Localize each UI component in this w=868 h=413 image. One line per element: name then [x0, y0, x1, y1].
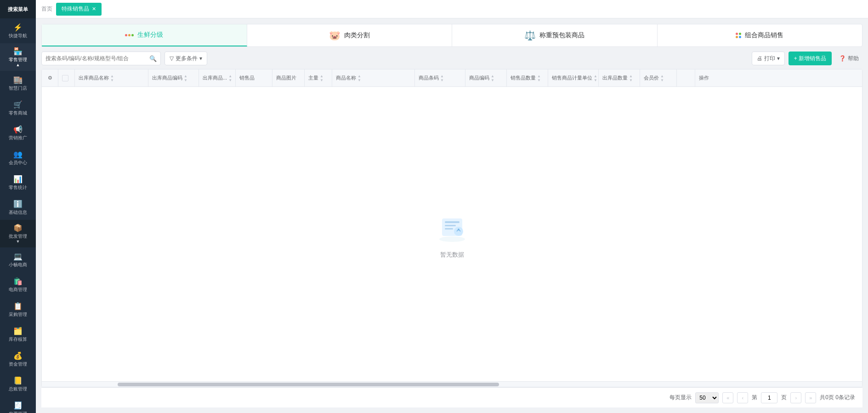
sort-member-price[interactable]: ▲▼ [660, 74, 664, 82]
th-member-price-label: 会员价 [644, 75, 659, 81]
horizontal-scrollbar[interactable] [42, 381, 862, 387]
total-info: 共0页 0条记录 [820, 394, 855, 402]
purchase-icon: 📋 [13, 302, 23, 310]
sidebar-item-small-store[interactable]: 💻 小畅电商 [0, 247, 36, 272]
sort-outlet-code[interactable]: ▲▼ [184, 74, 187, 82]
sidebar-item-sales-promo[interactable]: 📢 营销推广 [0, 120, 36, 145]
sidebar-item-label-purchase: 采购管理 [9, 312, 27, 317]
column-settings-icon[interactable]: ⚙ [48, 75, 52, 81]
sidebar-item-inventory[interactable]: 🗂️ 库存核算 [0, 322, 36, 347]
ecommerce-icon: 🛍️ [13, 277, 23, 286]
th-product-image: 商品图片 [272, 69, 305, 86]
help-label: 帮助 [848, 55, 859, 63]
content-area: 生鲜分级 🐷 肉类分割 ⚖️ 称重预包装商品 [36, 18, 868, 413]
pagination: 每页显示 50 10 20 100 « ‹ 第 页 › » 共0页 0条记录 [41, 387, 862, 407]
add-label: + 新增销售品 [794, 55, 826, 63]
per-page-label: 每页显示 [669, 394, 692, 402]
th-checkbox[interactable] [58, 69, 75, 86]
table-body: 暂无数据 [42, 87, 862, 381]
sort-barcode[interactable]: ▲▼ [440, 74, 444, 82]
toolbar-right: 🖨 打印 ▾ + 新增销售品 ❓ 帮助 [752, 52, 862, 65]
prev-page-button[interactable]: ‹ [737, 392, 748, 403]
tab-label: 特殊销售品 [62, 5, 89, 13]
sidebar-item-label-wholesale: 批发管理 [9, 234, 27, 239]
sidebar-item-retail-stats[interactable]: 📊 零售统计 [0, 170, 36, 195]
th-outlet-code: 出库商品编码 ▲▼ [148, 69, 199, 86]
wholesale-icon: 📦 [13, 224, 23, 232]
sidebar-item-ecommerce[interactable]: 🛍️ 电商管理 [0, 272, 36, 297]
page-number-input[interactable] [761, 392, 777, 403]
retail-mall-icon: 🛒 [13, 100, 23, 109]
per-page-select[interactable]: 50 10 20 100 [695, 392, 719, 403]
sidebar-item-label-ledger: 总账管理 [9, 386, 27, 392]
sidebar-item-purchase[interactable]: 📋 采购管理 [0, 297, 36, 322]
weigh-pack-icon: ⚖️ [524, 30, 536, 41]
th-sales-unit: 销售商品计量单位 ▲▼ [548, 69, 599, 86]
first-page-button[interactable]: « [722, 392, 733, 403]
sort-outlet-qty[interactable]: ▲▼ [629, 74, 633, 82]
sidebar-logo[interactable]: 搜索菜单 [0, 0, 36, 18]
sidebar-item-retail-mall[interactable]: 🛒 零售商城 [0, 96, 36, 120]
sidebar-item-invoice[interactable]: 🧾 发票管理 [0, 396, 36, 413]
search-box[interactable]: 🔍 [41, 52, 161, 65]
sidebar-item-label-finance: 资金管理 [9, 361, 27, 367]
sort-product-name[interactable]: ▲▼ [357, 74, 361, 82]
general-ledger-icon: 📒 [13, 376, 23, 385]
filter-arrow-icon: ▾ [199, 55, 202, 62]
th-product-image-label: 商品图片 [276, 75, 296, 81]
th-main-weight: 主量 ▲▼ [305, 69, 332, 86]
next-page-button[interactable]: › [790, 392, 801, 403]
th-sales-item-label: 销售品 [239, 75, 255, 81]
print-button[interactable]: 🖨 打印 ▾ [752, 52, 785, 65]
meat-cut-label: 肉类分割 [344, 31, 370, 40]
filter-button[interactable]: ▽ 更多条件 ▾ [165, 52, 207, 65]
inventory-icon: 🗂️ [13, 327, 23, 335]
tab-weigh-pack[interactable]: ⚖️ 称重预包装商品 [452, 24, 658, 46]
th-member-price: 会员价 ▲▼ [640, 69, 677, 86]
th-product-code-label: 商品编码 [469, 75, 489, 81]
main-content: 首页 特殊销售品 ✕ 生鲜分级 🐷 肉类分割 ⚖️ 称 [36, 0, 868, 413]
select-all-checkbox[interactable] [62, 75, 68, 81]
help-button[interactable]: ❓ 帮助 [835, 52, 862, 65]
sidebar-item-member-center[interactable]: 👥 会员中心 [0, 145, 36, 170]
sort-product-code[interactable]: ▲▼ [491, 74, 494, 82]
sidebar-item-label-inventory: 库存核算 [9, 337, 27, 342]
sort-outlet-name[interactable]: ▲▼ [110, 74, 114, 82]
sales-promo-icon: 📢 [13, 125, 23, 134]
close-tab-icon[interactable]: ✕ [92, 6, 96, 12]
sidebar-item-wholesale-mgmt[interactable]: 📦 批发管理 ▼ [0, 220, 36, 247]
tab-fresh-grade[interactable]: 生鲜分级 [42, 24, 247, 46]
quick-nav-icon: ⚡ [13, 23, 23, 32]
scrollbar-thumb[interactable] [118, 383, 499, 386]
th-operate: 操作 [695, 69, 723, 86]
print-arrow: ▾ [777, 55, 780, 62]
th-product-name: 商品名称 ▲▼ [332, 69, 415, 86]
sidebar-item-general-ledger[interactable]: 📒 总账管理 [0, 372, 36, 396]
th-outlet-name: 出库商品名称 ▲▼ [75, 69, 148, 86]
sort-sales-qty[interactable]: ▲▼ [537, 74, 541, 82]
print-label: 打印 [764, 55, 775, 63]
sort-sales-unit[interactable]: ▲▼ [594, 74, 597, 82]
sidebar-item-smart-store[interactable]: 🏬 智慧门店 [0, 71, 36, 96]
sidebar-item-quick-nav[interactable]: ⚡ 快捷导航 [0, 18, 36, 43]
sidebar-item-retail-mgmt[interactable]: 🏪 零售管理 ▲ [0, 43, 36, 71]
sidebar-item-finance[interactable]: 💰 资金管理 [0, 347, 36, 372]
meat-cut-icon: 🐷 [329, 30, 340, 41]
active-tab[interactable]: 特殊销售品 ✕ [56, 3, 102, 16]
th-sales-qty: 销售品数量 ▲▼ [507, 69, 548, 86]
tab-combo-sales[interactable]: 组合商品销售 [658, 24, 862, 46]
search-icon[interactable]: 🔍 [149, 55, 157, 62]
sidebar-item-label-sales-promo: 营销推广 [9, 135, 27, 141]
search-input[interactable] [45, 55, 149, 62]
sidebar-item-label-ecommerce: 电商管理 [9, 287, 27, 293]
sort-main-weight[interactable]: ▲▼ [320, 74, 323, 82]
add-product-button[interactable]: + 新增销售品 [789, 52, 832, 65]
member-center-icon: 👥 [13, 150, 23, 159]
th-outlet-spec-label: 出库商品... [203, 75, 227, 81]
th-gear[interactable]: ⚙ [42, 69, 58, 86]
sidebar-item-basic-info[interactable]: ℹ️ 基础信息 [0, 195, 36, 220]
tab-meat-cut[interactable]: 🐷 肉类分割 [247, 24, 453, 46]
sort-outlet-spec[interactable]: ▲▼ [228, 74, 232, 82]
last-page-button[interactable]: » [805, 392, 816, 403]
filter-icon: ▽ [170, 55, 174, 62]
